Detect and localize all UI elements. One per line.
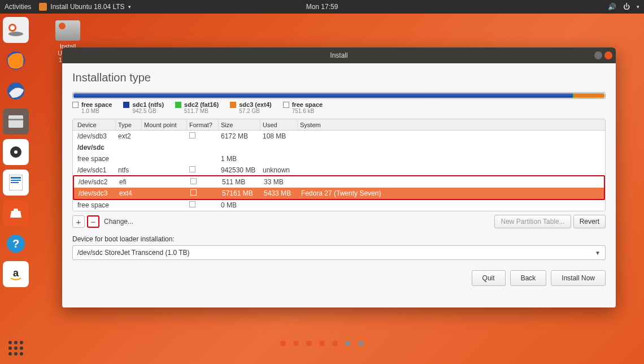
svg-point-0	[8, 32, 23, 36]
top-panel: Activities Install Ubuntu 18.04 LTS ▾ Mo…	[0, 0, 644, 14]
swatch-icon	[230, 102, 236, 108]
swatch-icon	[72, 102, 79, 108]
power-icon[interactable]: ⏻	[623, 3, 630, 11]
svg-rect-13	[14, 209, 18, 212]
bootloader-device-combo[interactable]: /dev/sdc StoreJet Transcend (1.0 TB) ▼	[72, 245, 606, 260]
col-format[interactable]: Format?	[187, 119, 219, 130]
partition-row[interactable]: /dev/sdc1ntfs942530 MBunknown	[73, 164, 605, 176]
legend-item: sdc3 (ext4)57.2 GB	[230, 101, 271, 114]
chevron-down-icon: ▾	[128, 4, 131, 10]
dock-software[interactable]	[3, 200, 29, 226]
dock-thunderbird[interactable]	[3, 78, 29, 104]
table-body: /dev/sdb3ext26172 MB108 MB/dev/sdcfree s…	[73, 131, 605, 211]
window-title: Install	[330, 51, 347, 59]
svg-text:a: a	[13, 267, 19, 279]
bootloader-label: Device for boot loader installation:	[72, 235, 606, 243]
col-size[interactable]: Size	[219, 119, 260, 130]
swatch-icon	[175, 102, 181, 108]
legend-item: free space751.6 kB	[283, 101, 323, 114]
bootloader-device-value: /dev/sdc StoreJet Transcend (1.0 TB)	[77, 249, 190, 257]
window-titlebar[interactable]: Install	[62, 47, 616, 63]
col-used[interactable]: Used	[260, 119, 298, 130]
volume-icon[interactable]: 🔊	[608, 3, 616, 11]
app-title: Install Ubuntu 18.04 LTS	[50, 3, 124, 11]
partition-legend: free space1.0 MB sdc1 (ntfs)942.5 GB sdc…	[72, 101, 606, 114]
format-checkbox[interactable]	[189, 166, 195, 172]
revert-button[interactable]: Revert	[573, 215, 606, 228]
dock-firefox[interactable]	[3, 47, 29, 73]
launcher-dock: ? a	[0, 14, 32, 364]
ubiquity-icon	[39, 3, 47, 11]
svg-rect-6	[8, 119, 23, 120]
ubiquity-window: Install Installation type free space1.0 …	[62, 47, 616, 307]
format-checkbox[interactable]	[190, 178, 197, 184]
dock-help[interactable]: ?	[3, 231, 29, 257]
minimize-button[interactable]	[594, 51, 602, 59]
partition-row[interactable]: /dev/sdc3ext457161 MB5433 MBFedora 27 (T…	[74, 188, 604, 199]
format-checkbox[interactable]	[189, 201, 195, 207]
table-header: Device Type Mount point Format? Size Use…	[73, 119, 605, 131]
svg-point-8	[14, 150, 18, 154]
swatch-icon	[283, 102, 289, 108]
svg-rect-11	[11, 180, 21, 181]
col-device[interactable]: Device	[75, 119, 116, 130]
swatch-icon	[123, 102, 129, 108]
format-checkbox[interactable]	[189, 132, 195, 138]
installer-icon	[55, 20, 80, 41]
partition-usage-bar	[72, 92, 606, 99]
legend-item: sdc2 (fat16)511.7 MB	[175, 101, 219, 114]
change-partition-button[interactable]: Change...	[104, 218, 133, 226]
install-now-button[interactable]: Install Now	[551, 270, 606, 286]
svg-rect-5	[8, 115, 23, 128]
partition-row[interactable]: /dev/sdc	[73, 142, 605, 153]
page-heading: Installation type	[72, 71, 606, 84]
legend-item: free space1.0 MB	[72, 101, 112, 114]
partition-row[interactable]: free space1 MB	[73, 153, 605, 164]
svg-rect-10	[11, 177, 21, 179]
show-applications-button[interactable]	[6, 338, 26, 358]
step-indicator	[281, 341, 364, 346]
app-indicator[interactable]: Install Ubuntu 18.04 LTS ▾	[39, 3, 130, 11]
format-checkbox[interactable]	[190, 189, 197, 196]
partition-row[interactable]: free space0 MB	[73, 200, 605, 211]
svg-rect-12	[11, 182, 19, 183]
activities-button[interactable]: Activities	[5, 3, 31, 11]
dock-ubiquity[interactable]	[3, 17, 29, 43]
col-mount[interactable]: Mount point	[142, 119, 187, 130]
dock-writer[interactable]	[3, 170, 29, 196]
close-button[interactable]	[604, 51, 612, 59]
partition-row[interactable]: /dev/sdc2efi511 MB33 MB	[74, 176, 604, 188]
clock[interactable]: Mon 17:59	[306, 3, 338, 11]
add-partition-button[interactable]: +	[72, 215, 85, 228]
col-type[interactable]: Type	[116, 119, 142, 130]
highlighted-rows: /dev/sdc2efi511 MB33 MB/dev/sdc3ext45716…	[73, 175, 605, 200]
dock-files[interactable]	[3, 109, 29, 135]
quit-button[interactable]: Quit	[472, 270, 506, 286]
partition-row[interactable]: /dev/sdb3ext26172 MB108 MB	[73, 131, 605, 142]
remove-partition-button[interactable]: −	[87, 215, 99, 228]
col-system[interactable]: System	[298, 119, 603, 130]
partition-table: Device Type Mount point Format? Size Use…	[72, 119, 606, 211]
chevron-down-icon: ▾	[637, 4, 639, 10]
dock-amazon[interactable]: a	[3, 261, 29, 287]
back-button[interactable]: Back	[510, 270, 547, 286]
svg-point-2	[10, 25, 15, 30]
legend-item: sdc1 (ntfs)942.5 GB	[123, 101, 164, 114]
chevron-down-icon: ▼	[595, 250, 601, 256]
new-partition-table-button[interactable]: New Partition Table...	[494, 215, 571, 228]
svg-text:?: ?	[12, 237, 19, 250]
dock-rhythmbox[interactable]	[3, 139, 29, 165]
